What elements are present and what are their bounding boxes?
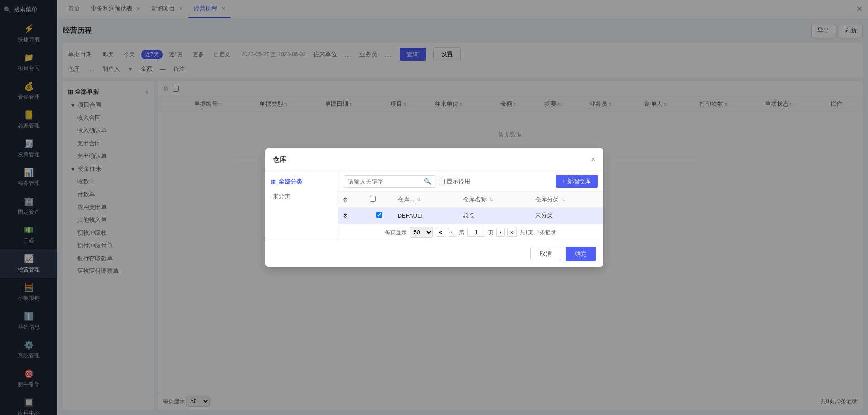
modal-th-code[interactable]: 仓库... ⇅ — [393, 192, 458, 208]
modal-next-page[interactable]: › — [496, 228, 505, 237]
modal-last-page[interactable]: » — [507, 228, 517, 237]
modal-page-input[interactable] — [467, 228, 485, 237]
modal-select-all[interactable] — [370, 196, 376, 202]
search-icon-modal: 🔍 — [424, 178, 431, 185]
modal-table-row[interactable]: ⚙ DEFAULT 总仓 未分类 — [338, 208, 603, 224]
modal-pagination: 每页显示 50 100 « ‹ 第 页 › » 共1页, 1条记录 — [338, 224, 603, 241]
modal-th-gear[interactable]: ⚙ — [338, 192, 365, 208]
modal-per-page-select[interactable]: 50 100 — [410, 227, 433, 238]
modal-th-name[interactable]: 仓库名称 ⇅ — [458, 192, 531, 208]
modal-table-header-row: ⚙ 仓库... ⇅ 仓库名称 ⇅ — [338, 192, 603, 208]
modal-first-page[interactable]: « — [436, 228, 445, 237]
modal-row-gear[interactable]: ⚙ — [338, 208, 365, 224]
modal-table-wrap: ⚙ 仓库... ⇅ 仓库名称 ⇅ — [338, 192, 603, 224]
modal-row-check[interactable] — [365, 208, 393, 224]
modal-toolbar: 🔍 显示停用 + 新增仓库 — [338, 171, 603, 192]
modal-right-panel: 🔍 显示停用 + 新增仓库 ⚙ — [338, 171, 603, 241]
add-warehouse-button[interactable]: + 新增仓库 — [556, 175, 597, 188]
modal-prev-page[interactable]: ‹ — [448, 228, 456, 237]
confirm-button[interactable]: 确定 — [566, 247, 596, 261]
grid-icon-modal: ⊞ — [271, 179, 276, 185]
modal-row-category: 未分类 — [531, 208, 603, 224]
modal-th-category[interactable]: 仓库分类 ⇅ — [531, 192, 603, 208]
show-disabled-checkbox[interactable] — [439, 179, 445, 184]
modal-page-label: 页 — [488, 229, 494, 236]
modal-row-code: DEFAULT — [393, 208, 458, 224]
modal-actions: 取消 确定 — [265, 241, 603, 267]
warehouse-search-input[interactable] — [344, 175, 435, 188]
modal-all-categories[interactable]: ⊞ 全部分类 — [265, 175, 338, 189]
modal-header: 仓库 × — [265, 148, 603, 171]
modal-page-word: 第 — [459, 229, 464, 236]
modal-row-name: 总仓 — [458, 208, 531, 224]
modal-title: 仓库 — [273, 155, 286, 164]
modal-total-info: 共1页, 1条记录 — [520, 229, 556, 236]
modal-overlay: 仓库 × ⊞ 全部分类 未分类 🔍 — [0, 0, 868, 415]
modal-uncategorized[interactable]: 未分类 — [265, 189, 338, 204]
modal-warehouse-table: ⚙ 仓库... ⇅ 仓库名称 ⇅ — [338, 192, 603, 224]
modal-body: ⊞ 全部分类 未分类 🔍 显示停用 + 新增仓库 — [265, 171, 603, 241]
warehouse-modal: 仓库 × ⊞ 全部分类 未分类 🔍 — [265, 148, 603, 267]
modal-left-panel: ⊞ 全部分类 未分类 — [265, 171, 338, 241]
modal-close-button[interactable]: × — [591, 155, 596, 164]
cancel-button[interactable]: 取消 — [530, 247, 561, 261]
show-disabled-label[interactable]: 显示停用 — [439, 177, 470, 185]
search-wrap: 🔍 — [344, 175, 435, 188]
modal-th-check[interactable] — [365, 192, 393, 208]
